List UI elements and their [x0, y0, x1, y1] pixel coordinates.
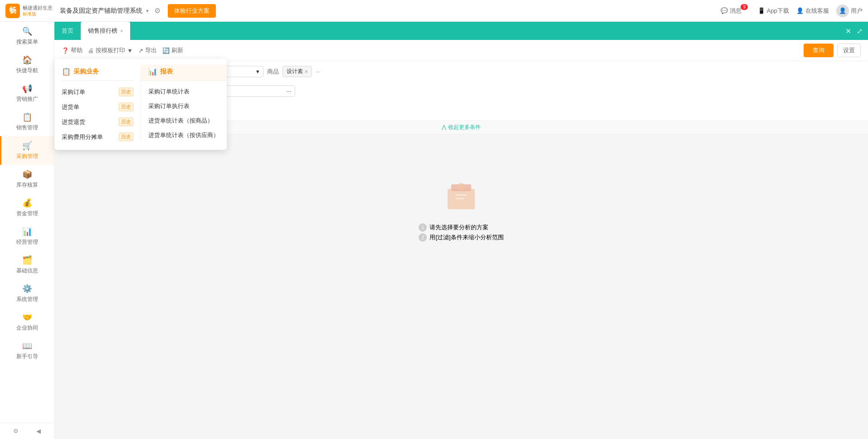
report-col-icon: 📊: [148, 67, 157, 76]
dropdown-item-stock-return[interactable]: 进货退货 历史: [62, 114, 133, 129]
dropdown-columns: 📋 采购业务 采购订单 历史 进货单 历史 进货退货 历史 采购费用分摊单 历史: [54, 64, 227, 144]
dropdown-item-purchase-order-stat[interactable]: 采购订单统计表: [148, 84, 220, 99]
purchase-order-stat-label: 采购订单统计表: [148, 88, 190, 96]
stock-return-label: 进货退货: [62, 118, 85, 126]
report-column: 📊 报表 采购订单统计表 采购订单执行表 进货单统计表（按商品） 进货单统计表（…: [141, 64, 227, 144]
purchase-order-history[interactable]: 历史: [119, 88, 133, 96]
report-col-header: 📊 报表: [141, 64, 227, 81]
purchase-col-icon: 📋: [62, 67, 71, 76]
purchase-order-exec-label: 采购订单执行表: [148, 102, 190, 110]
purchase-fee-history[interactable]: 历史: [119, 133, 133, 141]
dropdown-item-purchase-order-exec[interactable]: 采购订单执行表: [148, 99, 220, 113]
purchase-col-title: 采购业务: [73, 68, 99, 76]
dropdown-item-purchase-fee[interactable]: 采购费用分摊单 历史: [62, 129, 133, 144]
dropdown-item-stock-in[interactable]: 进货单 历史: [62, 99, 133, 114]
purchase-order-label: 采购订单: [62, 88, 85, 96]
purchase-col-header: 📋 采购业务: [62, 64, 133, 81]
stock-in-by-product-label: 进货单统计表（按商品）: [148, 117, 213, 125]
stock-in-by-supplier-label: 进货单统计表（按供应商）: [148, 131, 219, 139]
stock-return-history[interactable]: 历史: [119, 118, 133, 126]
dropdown-item-purchase-order[interactable]: 采购订单 历史: [62, 84, 133, 99]
stock-in-history[interactable]: 历史: [119, 103, 133, 111]
dropdown-item-stock-in-by-product[interactable]: 进货单统计表（按商品）: [148, 113, 220, 128]
purchase-fee-label: 采购费用分摊单: [62, 133, 103, 141]
report-col-title: 报表: [160, 68, 173, 76]
purchase-dropdown-menu: 📋 采购业务 采购订单 历史 进货单 历史 进货退货 历史 采购费用分摊单 历史: [54, 59, 227, 150]
stock-in-label: 进货单: [62, 103, 79, 111]
dropdown-item-stock-in-by-supplier[interactable]: 进货单统计表（按供应商）: [148, 128, 220, 143]
purchase-column: 📋 采购业务 采购订单 历史 进货单 历史 进货退货 历史 采购费用分摊单 历史: [54, 64, 141, 144]
